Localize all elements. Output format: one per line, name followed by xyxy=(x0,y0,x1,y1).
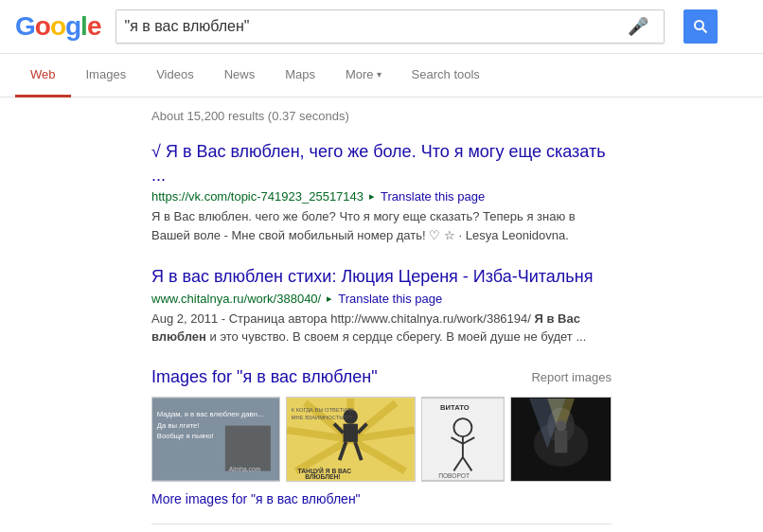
svg-text:Да вы лгите!: Да вы лгите! xyxy=(157,420,200,429)
search-result-1: √ Я в Вас влюблен, чего же боле. Что я м… xyxy=(151,140,612,244)
svg-text:Мадам, я в вас влюблен давн...: Мадам, я в вас влюблен давн... xyxy=(157,410,263,418)
header: Google 🎤 xyxy=(0,0,763,54)
nav-tabs: Web Images Videos News Maps More ▾ Searc… xyxy=(0,54,763,98)
bottom-divider xyxy=(151,523,612,524)
tab-more[interactable]: More ▾ xyxy=(330,54,397,98)
logo-g: G xyxy=(15,11,35,41)
result-1-arrow: ▸ xyxy=(369,190,375,203)
svg-rect-18 xyxy=(344,423,358,441)
result-2-date: Aug 2, 2011 xyxy=(151,311,218,326)
result-2-title[interactable]: Я в вас влюблен стихи: Люция Цереня - Из… xyxy=(151,265,612,289)
image-4-visual xyxy=(511,397,611,482)
tab-images[interactable]: Images xyxy=(71,54,142,98)
mic-icon[interactable]: 🎤 xyxy=(628,16,648,37)
svg-text:К КОГДА ВЫ ОТВЕТИТЕ: К КОГДА ВЫ ОТВЕТИТЕ xyxy=(292,407,354,413)
search-input[interactable] xyxy=(124,18,628,35)
tab-search-tools[interactable]: Search tools xyxy=(397,54,495,98)
svg-text:ВИТАТО: ВИТАТО xyxy=(440,402,470,411)
image-2-visual: ТАНЦУЙ Я В ВАС ВЛЮБЛЕН! К КОГДА ВЫ ОТВЕТ… xyxy=(287,397,414,482)
chevron-down-icon: ▾ xyxy=(377,69,382,80)
images-section: Images for "я в вас влюблен" Report imag… xyxy=(151,367,612,506)
logo-o2: o xyxy=(50,11,65,41)
tab-videos[interactable]: Videos xyxy=(141,54,209,98)
result-2-translate[interactable]: Translate this page xyxy=(338,292,442,306)
result-2-url-line: www.chitalnya.ru/work/388040/ ▸ Translat… xyxy=(151,292,612,306)
result-1-url: https://vk.com/topic-741923_25517143 xyxy=(151,189,364,204)
logo-o1: o xyxy=(35,11,50,41)
result-2-arrow: ▸ xyxy=(327,293,332,305)
image-1-visual: Мадам, я в вас влюблен давн... Да вы лги… xyxy=(152,397,279,482)
results-area: About 15,200 results (0.37 seconds) √ Я … xyxy=(0,98,763,532)
logo-g2: g xyxy=(65,11,80,41)
more-images-link[interactable]: More images for "я в вас влюблен" xyxy=(151,491,612,506)
logo-e: e xyxy=(87,11,101,41)
tab-maps[interactable]: Maps xyxy=(270,54,330,98)
result-1-url-line: https://vk.com/topic-741923_25517143 ▸ T… xyxy=(151,189,612,204)
image-thumbnail-2[interactable]: ТАНЦУЙ Я В ВАС ВЛЮБЛЕН! К КОГДА ВЫ ОТВЕТ… xyxy=(286,397,415,482)
tab-news[interactable]: News xyxy=(209,54,271,98)
result-1-translate[interactable]: Translate this page xyxy=(381,189,485,204)
report-images-link[interactable]: Report images xyxy=(531,370,612,384)
images-section-title[interactable]: Images for "я в вас влюблен" xyxy=(151,367,378,387)
svg-rect-7 xyxy=(225,425,271,470)
svg-text:МНЕ ВЗАИМНОСТЬЮ?!: МНЕ ВЗАИМНОСТЬЮ?! xyxy=(292,414,353,419)
search-button[interactable] xyxy=(683,9,718,44)
images-grid: Мадам, я в вас влюблен давн... Да вы лги… xyxy=(151,397,612,482)
image-thumbnail-3[interactable]: ВИТАТО ПОВОРОТ xyxy=(421,397,505,482)
results-count: About 15,200 results (0.37 seconds) xyxy=(151,109,612,123)
result-2-snippet: Aug 2, 2011 - Страница автора http://www… xyxy=(151,310,612,346)
image-3-visual: ВИТАТО ПОВОРОТ xyxy=(422,397,504,482)
svg-text:Вообще я пьяно!: Вообще я пьяно! xyxy=(157,432,214,440)
images-header: Images for "я в вас влюблен" Report imag… xyxy=(151,367,612,387)
search-bar: 🎤 xyxy=(115,9,665,44)
svg-point-42 xyxy=(556,419,566,430)
image-thumbnail-1[interactable]: Мадам, я в вас влюблен давн... Да вы лги… xyxy=(151,397,280,482)
result-1-title[interactable]: √ Я в Вас влюблен, чего же боле. Что я м… xyxy=(151,140,612,187)
svg-line-1 xyxy=(702,28,707,33)
svg-text:ВЛЮБЛЕН!: ВЛЮБЛЕН! xyxy=(306,473,341,480)
logo-l: l xyxy=(80,11,87,41)
image-thumbnail-4[interactable] xyxy=(510,397,612,482)
svg-rect-41 xyxy=(555,430,567,452)
search-result-2: Я в вас влюблен стихи: Люция Цереня - Из… xyxy=(151,265,612,346)
tab-web[interactable]: Web xyxy=(15,54,71,98)
result-2-url: www.chitalnya.ru/work/388040/ xyxy=(151,292,321,306)
svg-point-0 xyxy=(695,21,703,29)
svg-text:ПОВОРОТ: ПОВОРОТ xyxy=(438,472,470,479)
google-logo: Google xyxy=(15,11,100,42)
svg-text:Almha.com: Almha.com xyxy=(229,465,261,471)
search-icon xyxy=(693,19,708,34)
result-1-snippet: Я в Вас влюблен. чего же боле? Что я мог… xyxy=(151,207,612,244)
